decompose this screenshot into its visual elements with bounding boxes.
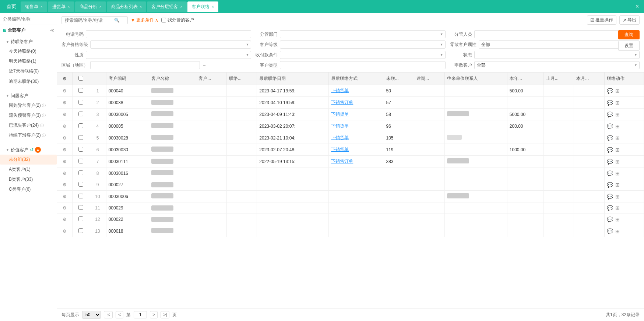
contact-type-link[interactable]: 下销货单 xyxy=(331,135,349,140)
action-chat-icon[interactable]: 💬 xyxy=(607,205,613,211)
col-last-month[interactable]: 上月... xyxy=(543,73,574,85)
row-check[interactable] xyxy=(78,205,83,210)
col-overdue[interactable]: 逾期... xyxy=(414,73,445,85)
region-input[interactable] xyxy=(90,61,200,69)
tab-sales-close[interactable]: × xyxy=(41,5,43,9)
collapse-icon[interactable]: ≪ xyxy=(50,28,54,32)
sidebar-search-input[interactable] xyxy=(3,17,57,22)
status-select[interactable] xyxy=(474,51,640,59)
payment-select[interactable] xyxy=(280,51,445,59)
tab-sales[interactable]: 销售单 × xyxy=(21,1,47,12)
sidebar-item-abnormal[interactable]: 囤购异常客户(2) ⓘ xyxy=(0,100,57,110)
action-grid-icon[interactable]: ⊞ xyxy=(615,182,620,188)
action-grid-icon[interactable]: ⊞ xyxy=(615,170,620,176)
tab-purchase[interactable]: 进货单 × xyxy=(48,1,74,12)
sidebar-item-class-c[interactable]: C类客户(6) xyxy=(0,184,57,194)
sidebar-item-today[interactable]: 今天待联络(0) xyxy=(0,46,57,56)
row-check[interactable] xyxy=(78,112,83,116)
cust-type-input[interactable] xyxy=(280,61,445,69)
phone-input[interactable] xyxy=(86,30,251,38)
tab-customer-segment[interactable]: 客户分层经客 × xyxy=(147,1,187,12)
action-grid-icon[interactable]: ⊞ xyxy=(615,100,620,106)
manager-input[interactable] xyxy=(474,30,633,38)
contact-type-link[interactable]: 下销货单 xyxy=(331,147,349,152)
col-settings[interactable]: ⚙ xyxy=(57,73,72,85)
tab-product-analysis[interactable]: 商品分析 × xyxy=(75,1,106,12)
row-check[interactable] xyxy=(78,216,83,221)
col-this-year[interactable]: 本年... xyxy=(507,73,543,85)
row-checkbox[interactable] xyxy=(72,191,89,202)
retail-attr-select[interactable]: 全部 xyxy=(479,40,640,49)
action-chat-icon[interactable]: 💬 xyxy=(607,123,613,129)
row-settings[interactable]: ⚙ xyxy=(57,225,72,237)
sidebar-item-class-b[interactable]: B类客户(33) xyxy=(0,174,57,184)
value-customers-header[interactable]: ▼ 价值客户 ↺ ● xyxy=(0,145,57,155)
action-grid-icon[interactable]: ⊞ xyxy=(615,123,620,129)
col-contact[interactable]: 联络... xyxy=(226,73,257,85)
row-settings[interactable]: ⚙ xyxy=(57,97,72,109)
export-button[interactable]: ↗ 导出 xyxy=(619,15,640,25)
sidebar-item-churned[interactable]: 已流失客户(24) ⓘ xyxy=(0,120,57,130)
sidebar-item-ungrouped[interactable]: 未分组(32) xyxy=(0,155,57,165)
window-close-button[interactable]: × xyxy=(633,3,641,10)
row-settings[interactable]: ⚙ xyxy=(57,109,72,120)
row-settings[interactable]: ⚙ xyxy=(57,120,72,132)
row-settings[interactable]: ⚙ xyxy=(57,156,72,167)
row-settings[interactable]: ⚙ xyxy=(57,214,72,225)
my-customers-checkbox[interactable]: 我分管的客户 xyxy=(161,17,194,23)
row-check[interactable] xyxy=(78,123,83,128)
pending-contact-header[interactable]: ▼ 待联络客户 xyxy=(0,37,57,46)
row-settings[interactable]: ⚙ xyxy=(57,85,72,97)
row-checkbox[interactable] xyxy=(72,132,89,144)
row-check[interactable] xyxy=(78,88,83,93)
col-checkbox[interactable] xyxy=(72,73,89,85)
action-chat-icon[interactable]: 💬 xyxy=(607,100,613,106)
row-check[interactable] xyxy=(78,159,83,163)
col-not-contacted[interactable]: 未联... xyxy=(384,73,414,85)
action-chat-icon[interactable]: 💬 xyxy=(607,112,613,117)
action-grid-icon[interactable]: ⊞ xyxy=(615,88,620,94)
row-checkbox[interactable] xyxy=(72,97,89,109)
col-code[interactable]: 客户编码 xyxy=(106,73,149,85)
row-checkbox[interactable] xyxy=(72,109,89,120)
row-checkbox[interactable] xyxy=(72,156,89,167)
contact-type-link[interactable]: 下销售订单 xyxy=(331,100,353,105)
query-button[interactable]: 查询 xyxy=(618,30,640,39)
filter-search-box[interactable]: 🔍 xyxy=(61,16,128,24)
sidebar-item-declining[interactable]: 持续下滑客户(2) ⓘ xyxy=(0,130,57,140)
sidebar-search-box[interactable]: 🔍 xyxy=(0,13,57,25)
action-chat-icon[interactable]: 💬 xyxy=(607,216,613,222)
col-last-contact-date[interactable]: 最后联络日期 xyxy=(257,73,329,85)
row-checkbox[interactable] xyxy=(72,120,89,132)
row-checkbox[interactable] xyxy=(72,214,89,225)
row-check[interactable] xyxy=(78,194,83,198)
row-settings[interactable]: ⚙ xyxy=(57,191,72,202)
action-grid-icon[interactable]: ⊞ xyxy=(615,205,620,211)
batch-op-button[interactable]: ☑ 批量操作 xyxy=(587,15,616,25)
col-type[interactable]: 客户... xyxy=(196,73,227,85)
action-chat-icon[interactable]: 💬 xyxy=(607,135,613,141)
sidebar-item-7days[interactable]: 近7天待联络(0) xyxy=(0,66,57,76)
action-chat-icon[interactable]: 💬 xyxy=(607,170,613,176)
col-this-month[interactable]: 本月... xyxy=(574,73,605,85)
contact-type-link[interactable]: 下销货单 xyxy=(331,112,349,117)
row-check[interactable] xyxy=(78,228,83,233)
nature-select[interactable] xyxy=(86,51,251,59)
page-input[interactable] xyxy=(134,311,147,318)
last-page-button[interactable]: >| xyxy=(161,311,169,318)
action-chat-icon[interactable]: 💬 xyxy=(607,182,613,188)
sidebar-item-overdue[interactable]: 逾期未联络(30) xyxy=(0,77,57,87)
customer-level-select[interactable] xyxy=(280,40,445,49)
region-dots[interactable]: ··· xyxy=(203,63,207,68)
row-settings[interactable]: ⚙ xyxy=(57,202,72,214)
sidebar-item-class-a[interactable]: A类客户(1) xyxy=(0,165,57,174)
tab-product-list-close[interactable]: × xyxy=(140,5,142,9)
row-checkbox[interactable] xyxy=(72,202,89,214)
reset-button[interactable]: 设置 xyxy=(618,41,640,51)
row-settings[interactable]: ⚙ xyxy=(57,179,72,191)
row-checkbox[interactable] xyxy=(72,225,89,237)
my-customers-check[interactable] xyxy=(161,18,166,22)
per-page-select[interactable]: 50 100 200 xyxy=(82,311,101,319)
action-chat-icon[interactable]: 💬 xyxy=(607,194,613,200)
contact-type-link[interactable]: 下销货单 xyxy=(331,123,349,128)
